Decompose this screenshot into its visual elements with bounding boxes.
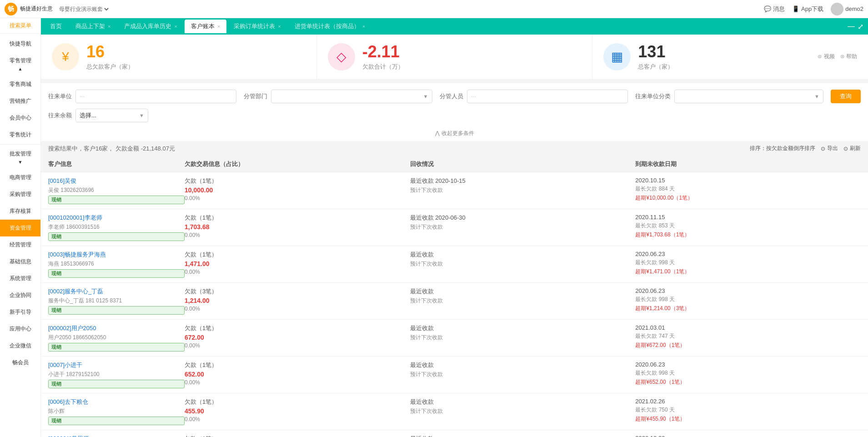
- filter-category-arrow: ▼: [814, 94, 819, 99]
- tab-home[interactable]: 首页: [44, 20, 68, 33]
- tab-actions: — ⤢: [848, 22, 865, 31]
- lingshouguan-arrow: ▲: [18, 66, 23, 71]
- filter-select-balance[interactable]: 选择... ▼: [75, 109, 148, 122]
- sidebar-item-kucun[interactable]: 库存核算: [0, 203, 40, 220]
- help-btn[interactable]: ⊙ 帮助: [840, 53, 857, 60]
- debt-amount-3: 1,214.00: [185, 297, 410, 304]
- user-avatar-area[interactable]: demo2: [831, 3, 863, 15]
- sidebar-item-huiyuan[interactable]: 会员中心: [0, 110, 40, 126]
- content: ¥ 16 总欠款客户（家） ◇ -2.11 欠款合计（万）: [41, 35, 868, 437]
- tab-shangpin-close[interactable]: ×: [108, 24, 110, 29]
- store-select[interactable]: 母婴行业演示账套: [57, 5, 110, 13]
- sidebar-item-lingshang[interactable]: 零售商城: [0, 76, 40, 93]
- sidebar-item-pifa[interactable]: 批发管理 ▼: [0, 146, 40, 169]
- sidebar-item-kuaijie[interactable]: 快捷导航: [0, 35, 40, 52]
- overdue-amount-3[interactable]: 超期¥1,214.00（3笔）: [635, 305, 861, 312]
- card-value-2: -2.11: [362, 43, 404, 61]
- sidebar-item-yingyong[interactable]: 应用中心: [0, 321, 40, 337]
- recent-payment-4: 最近收款: [410, 324, 636, 332]
- tab-jinhuo[interactable]: 进货单统计表（按商品） ×: [288, 20, 371, 33]
- customer-name-3[interactable]: [0002]服务中心_丁磊: [48, 287, 185, 296]
- sidebar-item-chang[interactable]: 畅会员: [0, 354, 40, 371]
- sidebar-item-qiyewei[interactable]: 企业微信: [0, 337, 40, 354]
- debt-count-5: 欠款（1笔）: [185, 361, 410, 369]
- tab-kehu-close[interactable]: ×: [217, 24, 220, 29]
- debt-amount-1: 1,703.68: [185, 223, 410, 231]
- refresh-btn[interactable]: ⊙ 刷新: [843, 145, 861, 152]
- overdue-amount-6[interactable]: 超期¥455.90（1笔）: [635, 415, 861, 423]
- debt-ratio-0: 0.00%: [185, 195, 410, 201]
- tab-chan-close[interactable]: ×: [174, 24, 177, 29]
- filter-input-person[interactable]: ···: [467, 90, 628, 103]
- tab-jinhuo-close[interactable]: ×: [362, 24, 365, 29]
- table-row: [0006]去下粮仓 陈小辉 现销 欠款（1笔） 455.90 0.00% 最近…: [41, 393, 868, 430]
- table-row: [0016]吴俊 吴俊 13026203696 现销 欠款（1笔） 10,000…: [41, 172, 868, 209]
- export-btn[interactable]: ⊙ 导出: [821, 145, 838, 152]
- overdue-info-2: 2020.06.23 最长欠款 998 天 超期¥1,471.00（1笔）: [635, 251, 861, 278]
- sidebar-section: 快捷导航 零售管理 ▲ 零售商城 营销推广 会员中心 零售统计: [0, 34, 40, 373]
- sidebar-search[interactable]: 搜索菜单: [0, 18, 40, 34]
- card-icon-1: ¥: [52, 43, 79, 70]
- sidebar-item-yingxiao[interactable]: 营销推广: [0, 93, 40, 110]
- tab-caigou-close[interactable]: ×: [278, 24, 281, 29]
- sidebar-item-xinshou[interactable]: 新手引导: [0, 304, 40, 321]
- tab-kehu[interactable]: 客户账本 ×: [185, 20, 226, 33]
- app-download-label: App下载: [801, 5, 823, 13]
- summary-cards: ¥ 16 总欠款客户（家） ◇ -2.11 欠款合计（万）: [41, 35, 868, 80]
- customer-name-1[interactable]: [0001020001]李老师: [48, 214, 185, 222]
- search-button[interactable]: 查询: [831, 90, 861, 103]
- overdue-days-3: 最长欠款 998 天: [635, 296, 861, 303]
- overdue-amount-2[interactable]: 超期¥1,471.00（1笔）: [635, 268, 861, 276]
- sidebar-item-jichu[interactable]: 基础信息: [0, 253, 40, 270]
- sidebar-item-qiye[interactable]: 企业协同: [0, 287, 40, 304]
- tab-caigou[interactable]: 采购订单统计表 ×: [227, 20, 287, 33]
- sidebar-item-lingshouguan[interactable]: 零售管理 ▲: [0, 52, 40, 76]
- recovery-info-4: 最近收款 预计下次收款: [410, 324, 636, 352]
- filter-item-person: 分管人员 ···: [440, 90, 628, 103]
- overdue-info-6: 2021.02.26 最长欠款 750 天 超期¥455.90（1笔）: [635, 398, 861, 425]
- sidebar-item-jingying[interactable]: 经营管理: [0, 236, 40, 253]
- collapse-label: 收起更多条件: [442, 130, 474, 137]
- filter-select-category[interactable]: ▼: [674, 90, 823, 103]
- overdue-amount-0[interactable]: 超期¥10,000.00（1笔）: [635, 194, 861, 202]
- jichu-label: 基础信息: [10, 258, 31, 266]
- sidebar-item-lingshoutj[interactable]: 零售统计: [0, 126, 40, 143]
- sidebar-item-zijin[interactable]: 资金管理: [0, 220, 40, 236]
- debt-ratio-3: 0.00%: [185, 306, 410, 312]
- tab-shangpin[interactable]: 商品上下架 ×: [69, 20, 117, 33]
- overdue-days-4: 最长欠款 747 天: [635, 332, 861, 340]
- tab-kehu-label: 客户账本: [191, 22, 215, 30]
- filter-input-unit[interactable]: ···: [75, 90, 236, 103]
- tab-chan[interactable]: 产成品入库单历史 ×: [118, 20, 183, 33]
- customer-name-0[interactable]: [0016]吴俊: [48, 177, 185, 185]
- overdue-amount-5[interactable]: 超期¥652.00（1笔）: [635, 378, 861, 386]
- tab-shangpin-label: 商品上下架: [75, 22, 105, 30]
- filter-select-dept[interactable]: ▼: [271, 90, 432, 103]
- sidebar-item-dianshang[interactable]: 电商管理: [0, 169, 40, 186]
- collapse-icon: ⋀: [435, 130, 440, 136]
- customer-name-4[interactable]: [000002]用户2050: [48, 324, 185, 332]
- overdue-amount-4[interactable]: 超期¥672.00（1笔）: [635, 342, 861, 349]
- customer-info-7: [000001]黄思源 黄思源 13552700226 现销: [48, 435, 185, 437]
- customer-name-7[interactable]: [000001]黄思源: [48, 435, 185, 437]
- app-download-btn[interactable]: 📱 App下载: [792, 5, 823, 13]
- overdue-amount-1[interactable]: 超期¥1,703.68（1笔）: [635, 231, 861, 239]
- message-btn[interactable]: 💬 消息: [764, 5, 785, 13]
- export-icon: ⊙: [821, 146, 825, 152]
- tab-maximize-icon[interactable]: ⤢: [858, 22, 863, 31]
- debt-amount-2: 1,471.00: [185, 260, 410, 267]
- customer-name-2[interactable]: [0003]畅捷服务尹海燕: [48, 251, 185, 259]
- debt-count-2: 欠款（1笔）: [185, 251, 410, 259]
- tab-minimize-icon[interactable]: —: [848, 22, 855, 31]
- recovery-info-5: 最近收款 预计下次收款: [410, 361, 636, 388]
- top-bar-right: 💬 消息 📱 App下载 demo2: [764, 3, 863, 15]
- sidebar-item-caigou[interactable]: 采购管理: [0, 186, 40, 203]
- collapse-btn[interactable]: ⋀ 收起更多条件: [435, 130, 474, 137]
- video-btn[interactable]: ⊙ 视频: [818, 53, 834, 60]
- sidebar: 搜索菜单 快捷导航 零售管理 ▲ 零售商城 营销推广 会员中心: [0, 18, 41, 437]
- sidebar-item-xitong[interactable]: 系统管理: [0, 270, 40, 287]
- filter-item-category: 往来单位分类 ▼: [635, 90, 823, 103]
- customer-name-5[interactable]: [0007]小进干: [48, 361, 185, 369]
- customer-tag-4: 现销: [48, 343, 185, 352]
- customer-name-6[interactable]: [0006]去下粮仓: [48, 398, 185, 406]
